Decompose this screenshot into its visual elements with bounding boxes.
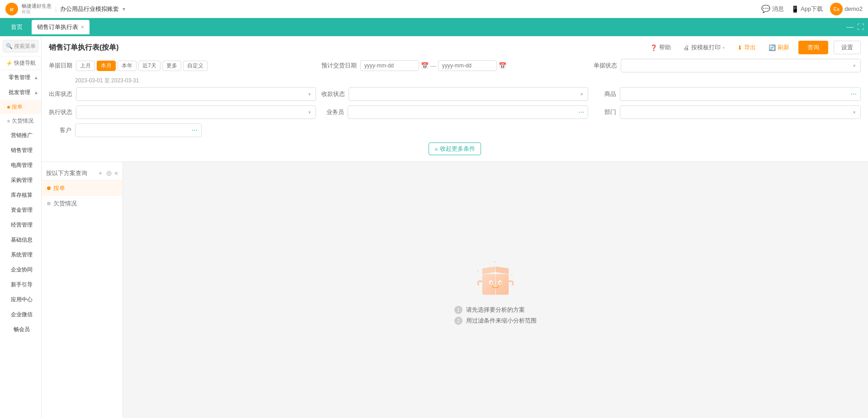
svg-point-9: [500, 282, 501, 283]
help-btn[interactable]: ❓ 帮助: [646, 42, 675, 53]
this-year-btn[interactable]: 本年: [118, 61, 137, 71]
app-logo: 好: [5, 3, 18, 15]
app-logo-text: 畅捷通好生意 标版: [22, 3, 52, 14]
sidebar-item-membership[interactable]: 畅会员: [0, 322, 41, 337]
sidebar-sub-debt[interactable]: 欠货情况: [0, 114, 41, 128]
sidebar-item-corp-wechat[interactable]: 企业微信: [0, 307, 41, 322]
sidebar-item-wholesale-mgmt[interactable]: 批发管理 ▲: [0, 85, 41, 100]
salesperson-select[interactable]: ···: [348, 105, 589, 119]
sidebar-item-inventory[interactable]: 库存核算: [0, 188, 41, 203]
filter-row-3: 执行状态 ▾ 业务员 ··· 部门: [49, 105, 861, 119]
wholesale-expand-icon: ▲: [34, 90, 38, 95]
query-button[interactable]: 查询: [798, 41, 828, 54]
export-btn[interactable]: ⬇ 导出: [734, 42, 760, 53]
salesperson-dots-icon[interactable]: ···: [578, 108, 584, 116]
sidebar-item-base-info[interactable]: 基础信息: [0, 233, 41, 247]
doc-status-cell: 单据状态 ▾: [594, 59, 861, 72]
maximize-icon[interactable]: ⛶: [857, 23, 864, 31]
page-title: 销售订单执行表(按单): [49, 43, 119, 52]
phone-icon: 📱: [791, 5, 799, 13]
out-status-select[interactable]: ▾: [76, 87, 316, 101]
main-layout: 🔍 搜索菜单 ⚡ 快捷导航 零售管理 ▲ 批发管理 ▲ 按单 欠货情况 营销推广: [0, 36, 868, 418]
out-status-cell: 出库状态 ▾: [49, 87, 316, 101]
receipt-status-cell: 收款状态 ▾: [321, 87, 589, 101]
expected-date-end[interactable]: [438, 60, 497, 71]
sidebar-item-sales-mgmt[interactable]: 销售管理: [0, 143, 41, 158]
sidebar-item-purchase[interactable]: 采购管理: [0, 173, 41, 188]
dept-select[interactable]: ▾: [620, 105, 861, 119]
sidebar-item-ecommerce[interactable]: 电商管理: [0, 158, 41, 173]
custom-btn[interactable]: 自定义: [183, 61, 208, 71]
top-bar-right: 💬 消息 📱 App下载 Ea demo2: [761, 3, 863, 15]
customer-select[interactable]: ···: [75, 124, 202, 137]
last7-btn[interactable]: 近7天: [138, 61, 160, 71]
sidebar-item-marketing[interactable]: 营销推广: [0, 128, 41, 143]
more-btn[interactable]: 更多: [162, 61, 181, 71]
last-month-btn[interactable]: 上月: [76, 61, 95, 71]
sidebar-item-newbie[interactable]: 新手引导: [0, 277, 41, 292]
export-icon: ⬇: [737, 44, 742, 51]
tab-home[interactable]: 首页: [4, 20, 30, 34]
customer-dots-icon[interactable]: ···: [192, 126, 198, 134]
exec-status-select[interactable]: ▾: [76, 105, 316, 119]
out-status-label: 出库状态: [49, 90, 72, 98]
doc-date-cell: 单据日期 上月 本月 本年 近7天 更多 自定义: [49, 61, 316, 71]
goods-cell: 商品 ···: [594, 87, 861, 101]
left-panel-icons: ＋ ◎ «: [97, 169, 118, 177]
expected-date-start[interactable]: [360, 60, 419, 71]
collapse-conditions-btn[interactable]: « 收起更多条件: [429, 142, 481, 155]
expected-date-label: 预计交货日期: [321, 62, 357, 70]
tab-bar-actions: — ⛶: [846, 23, 868, 31]
left-panel-item-debt[interactable]: 欠货情况: [42, 196, 123, 211]
goods-select[interactable]: ···: [620, 87, 861, 101]
print-arrow-icon: ▾: [722, 45, 725, 50]
doc-status-select[interactable]: ▾: [621, 59, 861, 72]
sidebar-item-retail-mgmt[interactable]: 零售管理 ▲: [0, 70, 41, 85]
doc-status-arrow-icon: ▾: [853, 63, 856, 69]
avatar: Ea: [830, 3, 843, 15]
doc-date-label: 单据日期: [49, 62, 72, 70]
receipt-status-label: 收款状态: [321, 90, 345, 98]
receipt-status-select[interactable]: ▾: [349, 87, 589, 101]
add-scheme-icon[interactable]: ＋: [97, 169, 104, 177]
message-btn[interactable]: 💬 消息: [761, 5, 784, 13]
quick-nav-btn[interactable]: ⚡ 快捷导航: [0, 57, 41, 70]
sidebar-item-sys-mgmt[interactable]: 系统管理: [0, 247, 41, 262]
sidebar-sub-press-order[interactable]: 按单: [0, 100, 41, 114]
this-month-btn[interactable]: 本月: [97, 61, 116, 71]
svg-text:★: ★: [510, 273, 513, 276]
help-icon: ❓: [650, 44, 657, 51]
tab-sales-execution[interactable]: 销售订单执行表 ×: [32, 20, 90, 34]
goods-dots-icon[interactable]: ···: [851, 90, 857, 98]
collapse-panel-icon[interactable]: «: [114, 169, 118, 177]
collapse-area: « 收起更多条件: [49, 141, 861, 157]
exec-status-arrow-icon: ▾: [308, 109, 311, 115]
sidebar-item-finance[interactable]: 资金管理: [0, 203, 41, 218]
sidebar-item-app-center[interactable]: 应用中心: [0, 292, 41, 307]
user-profile[interactable]: Ea demo2: [830, 3, 863, 15]
cal-end-icon[interactable]: 📅: [499, 62, 506, 69]
left-panel-item-press-order[interactable]: 按单: [42, 180, 123, 196]
settings-button[interactable]: 设置: [834, 41, 861, 54]
breadcrumb-arrow-icon[interactable]: ▾: [123, 6, 125, 12]
filter-row-2: 出库状态 ▾ 收款状态 ▾ 商品: [49, 87, 861, 101]
edit-scheme-icon[interactable]: ◎: [106, 169, 112, 177]
exec-status-label: 执行状态: [49, 108, 72, 116]
breadcrumb[interactable]: 办公用品行业模拟账套: [60, 5, 119, 13]
cal-start-icon[interactable]: 📅: [421, 62, 429, 69]
left-panel: 按以下方案查询 ＋ ◎ « 按单 欠货情况: [42, 162, 123, 418]
tab-close-icon[interactable]: ×: [81, 24, 84, 30]
dept-cell: 部门 ▾: [594, 105, 861, 119]
refresh-btn[interactable]: 🔄 刷新: [765, 42, 793, 53]
print-btn[interactable]: 🖨 按模板打印 ▾: [680, 42, 728, 53]
svg-text:★: ★: [494, 260, 496, 263]
sidebar-item-operations[interactable]: 经营管理: [0, 218, 41, 233]
svg-text:★: ★: [476, 269, 480, 273]
app-download-btn[interactable]: 📱 App下载: [791, 5, 823, 13]
sub-dot-active-icon: [7, 106, 10, 109]
exec-status-cell: 执行状态 ▾: [49, 105, 316, 119]
sidebar-search-btn[interactable]: 🔍 搜索菜单: [3, 40, 38, 52]
sidebar-item-enterprise[interactable]: 企业协同: [0, 262, 41, 277]
empty-steps: 1 请先选择要分析的方案 2 用过滤条件来缩小分析范围: [454, 306, 537, 325]
minimize-icon[interactable]: —: [846, 23, 854, 31]
